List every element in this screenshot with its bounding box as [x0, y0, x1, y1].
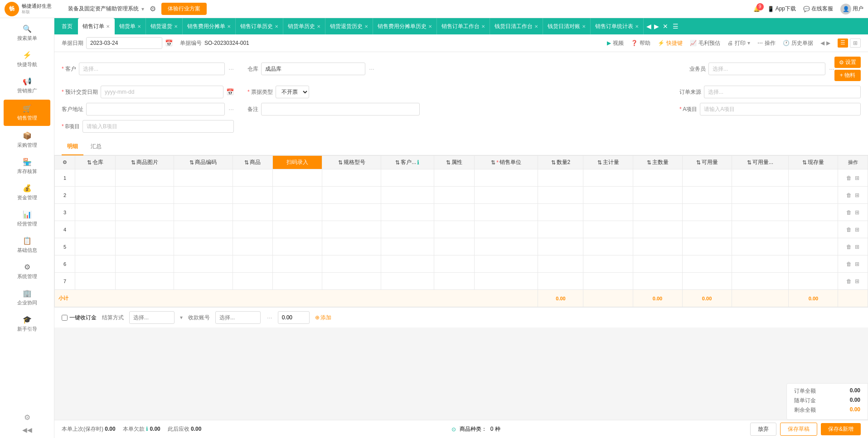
tab-close-workbench[interactable]: ✕: [481, 24, 485, 29]
row-spec-2[interactable]: [322, 187, 381, 204]
row-available2-6[interactable]: [732, 255, 789, 273]
tab-daily-workbench[interactable]: 钱货日清工作台 ✕: [490, 18, 543, 34]
tab-sales-order[interactable]: 销售订单 ✕: [78, 18, 115, 34]
row-barcode-3[interactable]: [273, 204, 322, 221]
row-customer-code-7[interactable]: [381, 273, 434, 290]
next-record-btn[interactable]: ▶: [826, 40, 830, 46]
row-product-2[interactable]: [233, 187, 273, 204]
row-main-unit-6[interactable]: [583, 255, 633, 273]
prev-record-btn[interactable]: ◀: [820, 40, 824, 46]
row-delete-3[interactable]: 🗑: [846, 209, 852, 216]
row-customer-code-1[interactable]: [381, 169, 434, 187]
nav-next-arrow[interactable]: ▶: [653, 22, 660, 31]
system-title-dropdown[interactable]: ▾: [141, 6, 144, 12]
sidebar-item-guide[interactable]: 🎓 新手引导: [0, 311, 54, 337]
row-available-4[interactable]: [682, 221, 732, 238]
one-click-deposit-check[interactable]: 一键收订金: [62, 314, 97, 322]
row-sales-unit-4[interactable]: [475, 221, 538, 238]
tab-home[interactable]: 首页: [56, 18, 78, 34]
row-attributes-3[interactable]: [434, 204, 475, 221]
add-material-btn[interactable]: + 物料: [834, 70, 861, 81]
row-warehouse-3[interactable]: [75, 204, 116, 221]
row-main-qty-7[interactable]: [633, 273, 682, 290]
staff-input[interactable]: [708, 63, 825, 75]
sidebar-item-operations[interactable]: 📊 经营管理: [0, 206, 54, 232]
toolbar-profit-btn[interactable]: 📈 毛利预估: [690, 39, 720, 47]
row-available-3[interactable]: [682, 204, 732, 221]
tab-expense-history[interactable]: 销售费用分摊单历史 ✕: [373, 18, 437, 34]
row-product-img-1[interactable]: [116, 169, 174, 187]
remark-input[interactable]: [261, 103, 420, 116]
row-product-1[interactable]: [233, 169, 273, 187]
row-main-unit-4[interactable]: [583, 221, 633, 238]
tab-close-returns[interactable]: ✕: [174, 24, 178, 29]
sidebar-item-marketing[interactable]: 📢 营销推广: [0, 72, 54, 99]
row-main-unit-3[interactable]: [583, 204, 633, 221]
tab-sales-goods[interactable]: 销货单 ✕: [115, 18, 146, 34]
row-qty2-6[interactable]: [538, 255, 583, 273]
row-main-qty-2[interactable]: [633, 187, 682, 204]
row-available-6[interactable]: [682, 255, 732, 273]
row-delete-1[interactable]: 🗑: [846, 175, 852, 181]
row-attributes-5[interactable]: [434, 238, 475, 255]
row-available-1[interactable]: [682, 169, 732, 187]
tab-close-expense-split[interactable]: ✕: [227, 24, 231, 29]
toolbar-operations-btn[interactable]: ⋯ 操作: [757, 39, 776, 47]
tab-goods-history[interactable]: 销货单历史 ✕: [283, 18, 325, 34]
sidebar-item-purchase[interactable]: 📦 采购管理: [0, 127, 54, 153]
th-settings[interactable]: ⚙: [55, 156, 75, 169]
row-product-img-4[interactable]: [116, 221, 174, 238]
row-warehouse-5[interactable]: [75, 238, 116, 255]
industry-btn[interactable]: 体验行业方案: [161, 3, 207, 15]
bank-account-more-btn[interactable]: ···: [267, 314, 272, 321]
row-customer-code-6[interactable]: [381, 255, 434, 273]
row-main-qty-3[interactable]: [633, 204, 682, 221]
b-project-input[interactable]: [82, 120, 234, 133]
row-available2-2[interactable]: [732, 187, 789, 204]
row-product-code-1[interactable]: [174, 169, 233, 187]
sidebar-item-quicknav[interactable]: ⚡ 快捷导航: [0, 46, 54, 72]
customer-more-btn[interactable]: ···: [228, 65, 234, 72]
tab-close-sales-goods[interactable]: ✕: [137, 24, 141, 29]
row-available2-3[interactable]: [732, 204, 789, 221]
row-spec-6[interactable]: [322, 255, 381, 273]
row-qty2-3[interactable]: [538, 204, 583, 221]
row-main-unit-5[interactable]: [583, 238, 633, 255]
row-copy-3[interactable]: ⊞: [855, 209, 859, 216]
row-product-4[interactable]: [233, 221, 273, 238]
th-barcode[interactable]: 扫码录入: [273, 156, 322, 169]
row-delete-7[interactable]: 🗑: [846, 278, 852, 284]
row-main-qty-4[interactable]: [633, 221, 682, 238]
row-main-qty-5[interactable]: [633, 238, 682, 255]
row-main-unit-2[interactable]: [583, 187, 633, 204]
tab-close-sales-order[interactable]: ✕: [106, 24, 110, 29]
tab-close-stats[interactable]: ✕: [635, 24, 639, 29]
debt-info-icon[interactable]: ℹ: [146, 426, 148, 432]
discard-btn[interactable]: 放弃: [750, 423, 776, 436]
row-qty2-4[interactable]: [538, 221, 583, 238]
row-product-img-7[interactable]: [116, 273, 174, 290]
warehouse-more-btn[interactable]: ···: [369, 65, 374, 72]
list-view-btn[interactable]: ⊞: [850, 39, 861, 48]
row-available2-4[interactable]: [732, 221, 789, 238]
row-main-qty-1[interactable]: [633, 169, 682, 187]
row-barcode-2[interactable]: [273, 187, 322, 204]
deposit-amount-input[interactable]: [278, 311, 310, 324]
notifications[interactable]: 🔔 9: [753, 6, 760, 12]
row-copy-6[interactable]: ⊞: [855, 261, 859, 267]
order-source-input[interactable]: [704, 86, 861, 98]
invoice-select[interactable]: 不开票: [276, 86, 309, 98]
staff-more-btn[interactable]: ···: [829, 65, 834, 72]
row-sales-unit-6[interactable]: [475, 255, 538, 273]
row-product-code-7[interactable]: [174, 273, 233, 290]
row-attributes-2[interactable]: [434, 187, 475, 204]
calendar-icon[interactable]: 📅: [165, 39, 173, 47]
tab-close-order-history[interactable]: ✕: [275, 24, 278, 29]
row-available2-5[interactable]: [732, 238, 789, 255]
add-deposit-btn[interactable]: ⊕ 添加: [315, 314, 331, 322]
save-new-btn[interactable]: 保存&新增: [821, 423, 861, 435]
row-barcode-1[interactable]: [273, 169, 322, 187]
row-qty2-2[interactable]: [538, 187, 583, 204]
row-qty2-7[interactable]: [538, 273, 583, 290]
row-product-img-3[interactable]: [116, 204, 174, 221]
